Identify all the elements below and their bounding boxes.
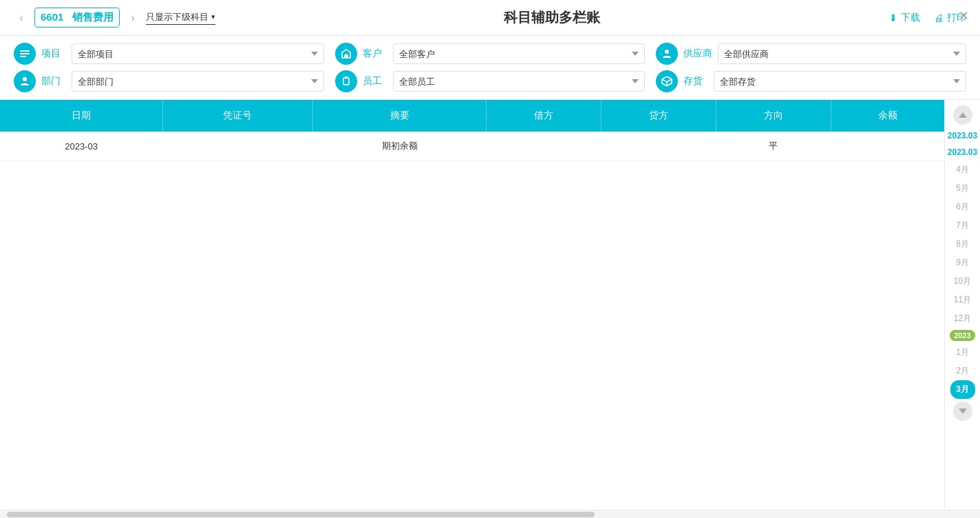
col-debit: 借方 bbox=[487, 100, 601, 132]
download-icon: ⬇ bbox=[889, 12, 897, 23]
ledger-table: 日期 凭证号 摘要 借方 贷方 方向 余额 2023-03 期初余额 bbox=[0, 100, 944, 161]
account-label: 6601 销售费用 bbox=[34, 8, 120, 28]
employee-label: 员工 bbox=[363, 75, 387, 87]
timeline-item-10[interactable]: 10月 bbox=[945, 272, 980, 291]
main-window: ‹ 6601 销售费用 › 只显示下级科目 ▾ 科目辅助多栏账 ⬇ 下载 🖨 打… bbox=[0, 0, 980, 518]
timeline-item-7[interactable]: 7月 bbox=[945, 216, 980, 235]
inventory-select[interactable]: 全部存货 bbox=[714, 71, 966, 92]
filter-customer: 客户 全部客户 bbox=[335, 43, 646, 65]
supplier-icon bbox=[656, 43, 678, 65]
filter-department: 部门 全部部门 bbox=[14, 70, 324, 92]
table-row: 2023-03 期初余额 平 bbox=[0, 132, 944, 161]
side-timeline: 2023.03 2023.03 4月 5月 6月 7月 8月 9月 10月 11… bbox=[944, 100, 980, 510]
cell-summary: 期初余额 bbox=[313, 132, 487, 161]
customer-label: 客户 bbox=[363, 48, 387, 60]
timeline-item-9[interactable]: 9月 bbox=[945, 253, 980, 272]
project-label: 项目 bbox=[41, 48, 66, 60]
account-code: 6601 bbox=[41, 11, 63, 23]
project-icon bbox=[14, 43, 36, 65]
inventory-icon bbox=[656, 70, 678, 92]
download-label: 下载 bbox=[901, 12, 920, 24]
filter-employee: 员工 全部员工 bbox=[335, 70, 646, 92]
filter-project: 项目 全部项目 bbox=[14, 43, 324, 65]
employee-icon bbox=[335, 70, 357, 92]
timeline-down-button[interactable] bbox=[953, 402, 972, 421]
next-account-button[interactable]: › bbox=[125, 10, 140, 25]
print-icon: 🖨 bbox=[934, 12, 944, 23]
timeline-item-4[interactable]: 4月 bbox=[945, 160, 980, 179]
col-voucher: 凭证号 bbox=[162, 100, 313, 132]
year-badge: 2023 bbox=[950, 330, 974, 341]
supplier-select[interactable]: 全部供应商 bbox=[718, 43, 966, 64]
employee-select[interactable]: 全部员工 bbox=[393, 71, 646, 92]
department-label: 部门 bbox=[41, 75, 66, 87]
main-table: 日期 凭证号 摘要 借方 贷方 方向 余额 2023-03 期初余额 bbox=[0, 100, 944, 510]
timeline-item-8[interactable]: 8月 bbox=[945, 235, 980, 253]
account-name: 销售费用 bbox=[72, 11, 114, 23]
cell-debit bbox=[487, 132, 601, 161]
timeline-item-12[interactable]: 12月 bbox=[945, 309, 980, 328]
table-header-row: 日期 凭证号 摘要 借方 贷方 方向 余额 bbox=[0, 100, 944, 132]
supplier-label: 供应商 bbox=[683, 48, 712, 60]
title-bar: ‹ 6601 销售费用 › 只显示下级科目 ▾ 科目辅助多栏账 ⬇ 下载 🖨 打… bbox=[0, 0, 980, 36]
timeline-item-6[interactable]: 6月 bbox=[945, 198, 980, 216]
timeline-item-5[interactable]: 5月 bbox=[945, 179, 980, 198]
horizontal-scrollbar[interactable] bbox=[0, 510, 980, 518]
timeline-item-2[interactable]: 2月 bbox=[945, 362, 980, 380]
customer-select[interactable]: 全部客户 bbox=[393, 43, 646, 64]
filter-supplier: 供应商 全部供应商 bbox=[656, 43, 966, 65]
timeline-up-button[interactable] bbox=[953, 105, 972, 125]
show-sub-account-button[interactable]: 只显示下级科目 ▾ bbox=[146, 11, 215, 25]
svg-rect-5 bbox=[343, 78, 349, 85]
timeline-item-3-active[interactable]: 3月 bbox=[950, 380, 975, 399]
cell-credit bbox=[601, 132, 716, 161]
page-title: 科目辅助多栏账 bbox=[215, 8, 889, 27]
svg-rect-6 bbox=[345, 76, 348, 79]
department-select[interactable]: 全部部门 bbox=[72, 71, 324, 92]
timeline-item-1[interactable]: 1月 bbox=[945, 343, 980, 362]
col-balance: 余额 bbox=[831, 100, 944, 132]
close-button[interactable]: ✕ bbox=[959, 8, 969, 23]
col-credit: 贷方 bbox=[601, 100, 716, 132]
svg-rect-1 bbox=[20, 53, 30, 54]
timeline-item-11[interactable]: 11月 bbox=[945, 291, 980, 309]
title-bar-left: ‹ 6601 销售费用 › 只显示下级科目 ▾ bbox=[14, 8, 215, 28]
title-bar-right: ⬇ 下载 🖨 打印 bbox=[889, 12, 966, 24]
filter-btn-label: 只显示下级科目 bbox=[146, 11, 209, 23]
col-date: 日期 bbox=[0, 100, 162, 132]
prev-account-button[interactable]: ‹ bbox=[14, 10, 29, 25]
cell-balance bbox=[831, 132, 944, 161]
download-button[interactable]: ⬇ 下载 bbox=[889, 12, 920, 24]
col-summary: 摘要 bbox=[313, 100, 487, 132]
inventory-label: 存货 bbox=[683, 75, 708, 87]
filter-inventory: 存货 全部存货 bbox=[656, 70, 966, 92]
filter-bar: 项目 全部项目 客户 全部客户 bbox=[0, 36, 980, 100]
department-icon bbox=[14, 70, 36, 92]
svg-rect-0 bbox=[20, 50, 30, 52]
svg-rect-2 bbox=[20, 56, 26, 57]
timeline-item-2023-03-second[interactable]: 2023.03 bbox=[945, 144, 980, 160]
svg-point-3 bbox=[665, 50, 669, 54]
timeline-item-2023-03-first[interactable]: 2023.03 bbox=[945, 127, 980, 144]
cell-voucher bbox=[162, 132, 313, 161]
cell-date: 2023-03 bbox=[0, 132, 162, 161]
customer-icon bbox=[335, 43, 357, 65]
table-area: 日期 凭证号 摘要 借方 贷方 方向 余额 2023-03 期初余额 bbox=[0, 100, 980, 510]
svg-point-4 bbox=[23, 77, 27, 81]
scroll-thumb bbox=[7, 512, 595, 517]
col-direction: 方向 bbox=[716, 100, 831, 132]
cell-direction: 平 bbox=[716, 132, 831, 161]
project-select[interactable]: 全部项目 bbox=[72, 43, 324, 64]
